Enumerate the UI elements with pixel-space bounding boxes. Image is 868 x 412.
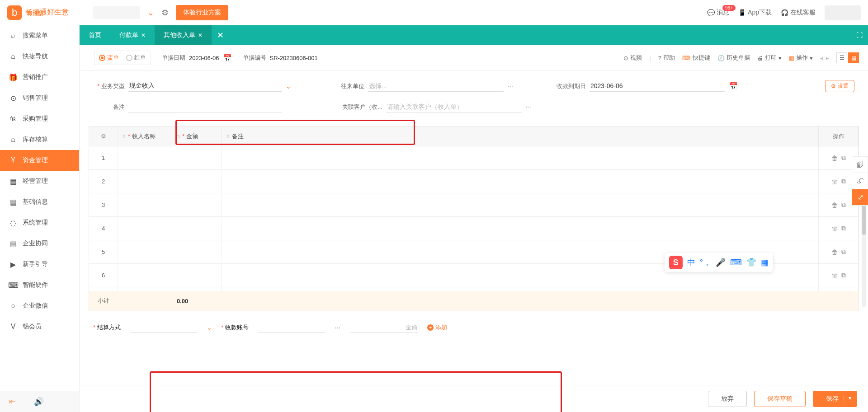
view-detail-icon[interactable]: ▤	[848, 52, 859, 63]
fullscreen-icon[interactable]: ⛶	[851, 32, 868, 39]
close-all-tabs-icon[interactable]: ✕	[212, 30, 229, 40]
settle-method-input[interactable]	[130, 322, 198, 333]
collapse-sidebar-icon[interactable]: ⇤	[9, 397, 16, 407]
delete-row-icon[interactable]: 🗑	[831, 272, 838, 279]
copy-row-icon[interactable]: ⧉	[841, 201, 846, 209]
biz-type-input[interactable]	[128, 80, 282, 92]
settings-button[interactable]: ⚙ 设置	[825, 80, 854, 92]
print-link[interactable]: 🖨打印▾	[757, 54, 782, 62]
tab-close-icon[interactable]: ✕	[141, 32, 146, 38]
discard-button[interactable]: 放弃	[708, 391, 747, 407]
sidebar-item-funds[interactable]: ¥资金管理	[0, 150, 79, 171]
rel-customer-input[interactable]	[386, 101, 522, 112]
cell-amount[interactable]	[172, 217, 222, 240]
table-row[interactable]: 4🗑⧉	[89, 217, 859, 240]
sort-icon[interactable]: ⇅	[123, 134, 126, 139]
sidebar-item-sales[interactable]: ⊙销售管理	[0, 88, 79, 108]
cell-amount[interactable]	[172, 264, 222, 287]
add-settlement-button[interactable]: + 添加	[427, 323, 447, 332]
cell-income-name[interactable]	[118, 146, 172, 169]
history-link[interactable]: 🕘历史单据	[717, 54, 750, 62]
sidebar-item-quick-nav[interactable]: ⌂快捷导航	[0, 46, 79, 67]
video-link[interactable]: ⊙视频	[623, 54, 642, 62]
delete-row-icon[interactable]: 🗑	[831, 154, 838, 162]
tab-item[interactable]: 付款单✕	[110, 25, 155, 45]
tenant-selector[interactable]	[93, 6, 140, 19]
radio-blue[interactable]: 蓝单	[99, 54, 119, 62]
sort-icon[interactable]: ⇅	[226, 134, 230, 139]
col-income-name[interactable]: 收入名称	[128, 132, 156, 140]
more-icon[interactable]: ⋯	[335, 324, 341, 331]
ime-skin-icon[interactable]: 👕	[746, 258, 756, 267]
cell-income-name[interactable]	[118, 193, 172, 216]
sidebar-item-basic-info[interactable]: ▤基础信息	[0, 192, 79, 212]
table-row[interactable]: 7🗑⧉	[89, 287, 859, 291]
table-row[interactable]: 2🗑⧉	[89, 170, 859, 193]
partner-input[interactable]	[368, 80, 504, 92]
settle-account-input[interactable]	[258, 322, 326, 333]
tenant-chevron-icon[interactable]: ⌄	[147, 8, 154, 18]
ime-toolbox-icon[interactable]: ▦	[761, 258, 769, 267]
copy-row-icon[interactable]: ⧉	[841, 272, 846, 279]
view-list-icon[interactable]: ☰	[836, 52, 847, 63]
sort-icon[interactable]: ⇅	[177, 134, 180, 139]
cell-memo[interactable]	[222, 170, 819, 193]
app-download-link[interactable]: 📱 App下载	[738, 9, 772, 17]
sound-icon[interactable]: 🔊	[34, 397, 44, 407]
sidebar-item-purchase[interactable]: 🛍采购管理	[0, 108, 79, 129]
table-row[interactable]: 3🗑⧉	[89, 193, 859, 217]
settle-amount-input[interactable]	[350, 322, 418, 333]
cell-amount[interactable]	[172, 170, 222, 193]
copy-row-icon[interactable]: ⧉	[841, 154, 846, 162]
ime-toolbar[interactable]: S 中 °， 🎤 ⌨ 👕 ▦	[665, 253, 773, 272]
table-row[interactable]: 1🗑⧉	[89, 146, 859, 170]
sidebar-item-hardware[interactable]: ⌨智能硬件	[0, 275, 79, 295]
copy-row-icon[interactable]: ⧉	[841, 248, 846, 256]
tab-item[interactable]: 首页	[80, 25, 110, 45]
cell-amount[interactable]	[172, 287, 222, 291]
sidebar-item-search-menu[interactable]: ⌕搜索菜单	[0, 25, 79, 46]
memo-input[interactable]	[128, 101, 282, 112]
sidebar-item-collab[interactable]: ▤企业协同	[0, 233, 79, 254]
col-memo[interactable]: 备注	[232, 132, 244, 140]
cell-income-name[interactable]	[118, 264, 172, 287]
cell-memo[interactable]	[222, 146, 819, 169]
sidebar-item-inventory[interactable]: ⌂库存核算	[0, 129, 79, 150]
delete-row-icon[interactable]: 🗑	[831, 178, 838, 185]
save-draft-button[interactable]: 保存草稿	[754, 391, 806, 407]
delete-row-icon[interactable]: 🗑	[831, 248, 838, 256]
settings-gear-icon[interactable]: ⚙	[161, 8, 169, 18]
delete-row-icon[interactable]: 🗑	[831, 201, 838, 209]
sidebar-item-operation[interactable]: ▤经营管理	[0, 171, 79, 192]
shortcut-link[interactable]: ⌨快捷键	[682, 54, 710, 62]
tab-item[interactable]: 其他收入单✕	[155, 25, 212, 45]
cell-amount[interactable]	[172, 240, 222, 263]
radio-red[interactable]: 红单	[126, 54, 146, 62]
doc-date-value[interactable]: 2023-06-06	[189, 55, 219, 61]
cell-amount[interactable]	[172, 193, 222, 216]
help-link[interactable]: ?帮助	[658, 54, 675, 62]
due-date-input[interactable]	[590, 80, 725, 92]
prev-doc-icon[interactable]: ◂	[820, 55, 823, 61]
cell-memo[interactable]	[222, 217, 819, 240]
calendar-icon[interactable]: 📅	[223, 54, 232, 62]
more-icon[interactable]: ⋯	[507, 83, 514, 89]
expand-icon[interactable]: ⤢	[852, 189, 868, 206]
link-icon[interactable]: 🖇	[852, 173, 868, 189]
copy-row-icon[interactable]: ⧉	[841, 225, 846, 232]
sidebar-item-system[interactable]: ◌系统管理	[0, 212, 79, 233]
cell-amount[interactable]	[172, 146, 222, 169]
save-button[interactable]: 保存	[813, 391, 857, 407]
chevron-down-icon[interactable]: ⌄	[286, 83, 291, 90]
col-amount[interactable]: 金额	[182, 132, 198, 140]
chevron-down-icon[interactable]: ⌄	[207, 324, 212, 331]
cell-memo[interactable]	[222, 193, 819, 216]
cell-memo[interactable]	[222, 287, 819, 291]
tab-close-icon[interactable]: ✕	[198, 32, 203, 38]
trial-industry-button[interactable]: 体验行业方案	[176, 5, 228, 20]
operate-link[interactable]: ▦操作▾	[789, 54, 813, 62]
calendar-icon[interactable]: 📅	[729, 82, 738, 90]
more-icon[interactable]: ⋯	[525, 103, 532, 110]
table-gear-icon[interactable]: ⚙	[101, 133, 106, 140]
cell-income-name[interactable]	[118, 287, 172, 291]
